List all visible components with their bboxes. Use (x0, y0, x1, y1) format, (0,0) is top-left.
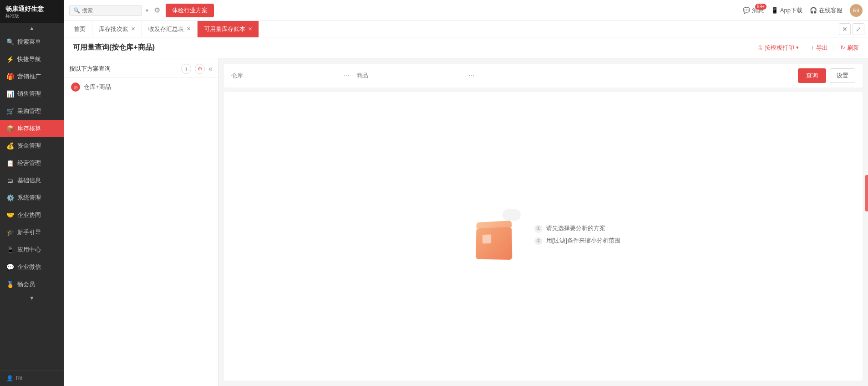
topbar-chevron-icon[interactable]: ▾ (146, 7, 148, 14)
sidebar-item-finance[interactable]: 💰 资金管理 (0, 137, 64, 154)
tab-receive-summary[interactable]: 收发存汇总表 ✕ (142, 21, 198, 37)
filter-item-label: 仓库+商品 (84, 83, 111, 91)
sidebar-item-label: 采购管理 (17, 107, 41, 115)
sidebar-item-label: 销售管理 (17, 90, 41, 98)
print-chevron-icon: ▾ (796, 45, 799, 51)
app-center-icon: 📱 (6, 246, 14, 253)
sidebar-item-onboarding[interactable]: 🎓 新手引导 (0, 224, 64, 241)
brand-badge: 标准版 (5, 13, 58, 19)
sidebar-item-search[interactable]: 🔍 搜索菜单 (0, 33, 64, 51)
sidebar-item-label: 经营管理 (17, 159, 41, 167)
member-icon: 🏅 (6, 281, 14, 288)
sidebar-scroll-up[interactable]: ▲ (0, 23, 64, 33)
tip-text-2: 用[过滤]条件来缩小分析范围 (546, 237, 620, 245)
main-area: 🔍 ▾ ⚙ 体验行业方案 💬 消息 99+ 📱 App下载 🎧 在线客服 Rit (64, 0, 868, 386)
empty-state: ① 请先选择要分析的方案 ② 用[过滤]条件来缩小分析范围 (224, 92, 863, 381)
tab-home-label: 首页 (74, 25, 86, 33)
query-actions: 查询 设置 (798, 68, 855, 83)
topbar-search-box[interactable]: 🔍 (69, 5, 142, 16)
sidebar-item-app-center[interactable]: 📱 应用中心 (0, 241, 64, 258)
inventory-icon: 📦 (6, 125, 14, 132)
search-input[interactable] (82, 7, 127, 14)
sidebar-item-label: 畅会员 (17, 280, 35, 288)
sidebar-item-label: 系统管理 (17, 194, 41, 202)
settings-button[interactable]: 设置 (830, 68, 855, 83)
tabs-bar: 首页 库存批次账 ✕ 收发存汇总表 ✕ 可用量库存账本 ✕ ✕ ⤢ (64, 21, 868, 37)
tab-expand-button[interactable]: ⤢ (853, 23, 864, 35)
brand-title: 畅康通好生意 (5, 5, 58, 13)
message-icon: 💬 (743, 7, 750, 14)
message-badge: 99+ (755, 4, 766, 10)
product-input[interactable] (372, 71, 463, 80)
sidebar-item-sales[interactable]: 📊 销售管理 (0, 85, 64, 103)
filter-item-warehouse-product[interactable]: ◎ 仓库+商品 (64, 78, 218, 96)
tab-available-stock-close[interactable]: ✕ (248, 26, 252, 32)
tip-text-1: 请先选择要分析的方案 (546, 224, 605, 232)
tab-receive-summary-close[interactable]: ✕ (187, 26, 191, 32)
tab-available-stock[interactable]: 可用量库存账本 ✕ (198, 21, 259, 37)
warehouse-more-icon[interactable]: ··· (341, 72, 351, 80)
sidebar-footer: 👤 Rit (0, 370, 64, 386)
scroll-hint (865, 175, 868, 211)
tip-num-2: ② (534, 237, 543, 245)
print-button[interactable]: 🖨 按模板打印 ▾ (757, 44, 799, 52)
product-label: 商品 (356, 72, 368, 80)
marketing-icon: 🎁 (6, 73, 14, 80)
empty-illustration (466, 209, 521, 264)
tab-batch-account[interactable]: 库存批次账 ✕ (92, 21, 142, 37)
page-actions: 🖨 按模板打印 ▾ | ↑ 导出 | ↻ 刷新 (757, 44, 859, 52)
system-icon: ⚙️ (6, 194, 14, 201)
sidebar-item-operations[interactable]: 📋 经营管理 (0, 154, 64, 172)
industry-solution-button[interactable]: 体验行业方案 (166, 4, 214, 17)
refresh-button[interactable]: ↻ 刷新 (840, 44, 859, 52)
warehouse-input[interactable] (247, 71, 338, 80)
sidebar-item-base-info[interactable]: 🗂 基础信息 (0, 172, 64, 189)
page-header: 可用量查询(按仓库+商品) 🖨 按模板打印 ▾ | ↑ 导出 | ↻ 刷新 (64, 37, 868, 58)
sidebar-item-label: 库存核算 (17, 124, 41, 133)
message-button[interactable]: 💬 消息 99+ (743, 6, 764, 15)
filter-collapse-button[interactable]: « (208, 65, 213, 73)
export-label: 导出 (816, 44, 828, 52)
empty-tip-1: ① 请先选择要分析的方案 (534, 224, 620, 233)
page-title: 可用量查询(按仓库+商品) (73, 43, 155, 52)
product-field: 商品 ··· (356, 71, 476, 80)
export-button[interactable]: ↑ 导出 (811, 44, 828, 52)
sidebar-brand: 畅康通好生意 标准版 (0, 0, 64, 23)
topbar-gear-icon[interactable]: ⚙ (152, 4, 162, 16)
tab-batch-account-label: 库存批次账 (99, 25, 128, 33)
headset-icon: 🎧 (810, 7, 817, 14)
box-illustration (476, 226, 512, 259)
sidebar-item-wechat[interactable]: 💬 企业微信 (0, 258, 64, 276)
avatar[interactable]: Rit (850, 4, 863, 17)
app-download-button[interactable]: 📱 App下载 (771, 6, 802, 15)
sidebar-item-inventory[interactable]: 📦 库存核算 (0, 120, 64, 137)
online-service-button[interactable]: 🎧 在线客服 (810, 6, 843, 15)
filter-add-button[interactable]: + (181, 64, 191, 74)
right-panel: 仓库 ··· 商品 ··· 查询 设置 (218, 58, 868, 386)
export-icon: ↑ (811, 44, 814, 51)
tab-batch-account-close[interactable]: ✕ (131, 26, 135, 32)
query-filter-row: 仓库 ··· 商品 ··· 查询 设置 (224, 64, 863, 87)
sidebar-item-enterprise[interactable]: 🤝 企业协同 (0, 206, 64, 224)
print-icon: 🖨 (757, 44, 763, 51)
online-service-label: 在线客服 (819, 6, 843, 15)
empty-tips: ① 请先选择要分析的方案 ② 用[过滤]条件来缩小分析范围 (534, 224, 620, 249)
warehouse-label: 仓库 (231, 72, 243, 80)
product-more-icon[interactable]: ··· (467, 72, 476, 80)
topbar: 🔍 ▾ ⚙ 体验行业方案 💬 消息 99+ 📱 App下载 🎧 在线客服 Rit (64, 0, 868, 21)
filter-settings-button[interactable]: ⚙ (195, 64, 205, 74)
sidebar-item-label: 企业协同 (17, 211, 41, 219)
base-info-icon: 🗂 (6, 177, 14, 184)
sidebar-item-member[interactable]: 🏅 畅会员 (0, 276, 64, 293)
sidebar-item-system[interactable]: ⚙️ 系统管理 (0, 189, 64, 206)
wechat-icon: 💬 (6, 263, 14, 271)
topbar-right-actions: 💬 消息 99+ 📱 App下载 🎧 在线客服 Rit (743, 4, 863, 17)
tab-close-all-button[interactable]: ✕ (839, 23, 851, 35)
tab-home[interactable]: 首页 (67, 21, 92, 37)
sidebar-item-purchase[interactable]: 🛒 采购管理 (0, 103, 64, 120)
sidebar-scroll-down[interactable]: ▼ (0, 293, 64, 303)
sidebar-item-label: 基础信息 (17, 176, 41, 185)
sidebar-item-marketing[interactable]: 🎁 营销推广 (0, 68, 64, 85)
sidebar-item-quick-nav[interactable]: ⚡ 快捷导航 (0, 51, 64, 68)
query-button[interactable]: 查询 (798, 68, 826, 83)
